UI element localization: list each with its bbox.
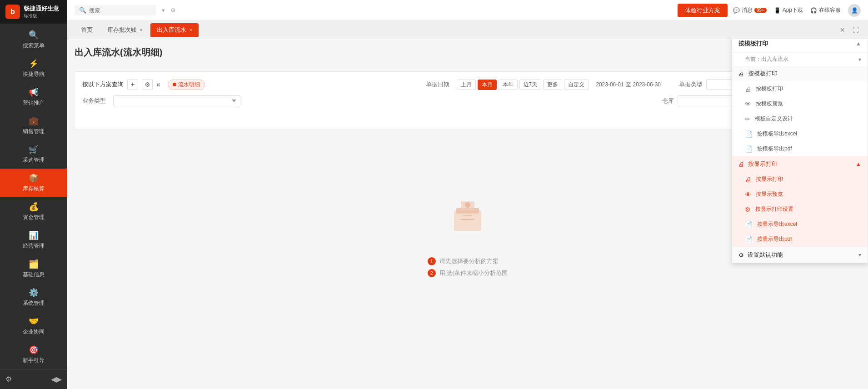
date-btn-last_month[interactable]: 上月 bbox=[457, 80, 476, 90]
app-download-btn[interactable]: 📱 App下载 bbox=[774, 6, 803, 14]
date-btn-current_month[interactable]: 本月 bbox=[478, 80, 497, 90]
active-filter-tag[interactable]: 流水明细 bbox=[168, 80, 205, 90]
online-service-btn[interactable]: 🎧 在线客服 bbox=[810, 6, 841, 14]
dropdown-item-display_excel[interactable]: 📄按显示导出excel bbox=[732, 217, 868, 232]
biz-type-label: 业务类型 bbox=[82, 97, 106, 105]
add-filter-btn[interactable]: + bbox=[127, 79, 138, 90]
biz-type-select[interactable] bbox=[113, 95, 240, 106]
date-btn-custom[interactable]: 自定义 bbox=[564, 80, 589, 90]
sidebar-collapse-icon[interactable]: ◀▶ bbox=[51, 375, 62, 384]
app-download-label: App下载 bbox=[783, 6, 803, 14]
date-btn-last7[interactable]: 近7天 bbox=[519, 80, 542, 90]
dropdown-item-template_excel[interactable]: 📄按模板导出excel bbox=[732, 126, 868, 141]
date-quick-buttons: 上月本月本年近7天更多自定义 bbox=[457, 80, 589, 90]
sidebar-item-system[interactable]: ⚙️ 系统管理 bbox=[0, 283, 67, 312]
inventory-icon: 📦 bbox=[29, 173, 39, 183]
dropdown-chevron-icon: ▲ bbox=[856, 40, 861, 47]
collab-label: 企业协同 bbox=[23, 328, 45, 336]
tab-batch-close[interactable]: × bbox=[140, 27, 142, 33]
basic-label: 基础信息 bbox=[23, 271, 45, 279]
tab-batch-label: 库存批次账 bbox=[107, 26, 137, 34]
filter-collapse-btn[interactable]: « bbox=[156, 80, 160, 89]
search-input[interactable] bbox=[89, 7, 144, 14]
sidebar-item-basic[interactable]: 🗂️ 基础信息 bbox=[0, 254, 67, 283]
warehouse-label: 仓库 bbox=[662, 97, 674, 105]
system-label: 系统管理 bbox=[23, 299, 45, 307]
dropdown-header: 按模板打印 ▲ bbox=[732, 39, 868, 53]
sidebar-item-purchase[interactable]: 🛒 采购管理 bbox=[0, 140, 67, 169]
inventory-label: 库存核算 bbox=[23, 185, 45, 193]
sidebar-item-operations[interactable]: 📊 经营管理 bbox=[0, 226, 67, 254]
template_preview-label: 按模板预览 bbox=[756, 100, 783, 108]
print-dropdown-menu: 按模板打印 ▲ 当前：出入库流水 ▾ 🖨 按模板打印 🖨按模板打印👁按模板预览✏… bbox=[732, 39, 868, 263]
topbar-gear-icon[interactable]: ⚙ bbox=[170, 7, 176, 14]
dropdown-item-display_preview[interactable]: 👁按显示预览 bbox=[732, 187, 868, 202]
display_preview-label: 按显示预览 bbox=[756, 190, 783, 198]
tip-2-num: 2 bbox=[428, 269, 436, 277]
template_custom-label: 模板自定义设计 bbox=[755, 115, 793, 123]
empty-illustration bbox=[445, 192, 490, 246]
dropdown-default-section[interactable]: ⚙ 设置默认功能 ▾ bbox=[732, 247, 868, 263]
tab-home[interactable]: 首页 bbox=[75, 23, 99, 37]
sidebar-item-quicknav[interactable]: ⚡ 快捷导航 bbox=[0, 54, 67, 83]
trial-btn[interactable]: 体验行业方案 bbox=[678, 4, 728, 17]
default-section-title: ⚙ 设置默认功能 bbox=[738, 251, 783, 259]
dropdown-item-display_settings[interactable]: ⚙按显示打印设置 bbox=[732, 202, 868, 217]
sidebar: b 畅捷通好生意 标准版 🔍 搜索菜单 ⚡ 快捷导航 📢 营销推广 💼 销售管理… bbox=[0, 0, 67, 389]
sidebar-item-guide[interactable]: 🎯 新手引导 bbox=[0, 340, 67, 369]
svg-point-3 bbox=[465, 202, 470, 208]
filter-settings-btn[interactable]: ⚙ bbox=[142, 79, 153, 90]
marketing-label: 营销推广 bbox=[23, 99, 45, 107]
current-info-chevron: ▾ bbox=[858, 56, 861, 63]
collab-icon: 🤝 bbox=[29, 316, 39, 326]
system-icon: ⚙️ bbox=[29, 288, 39, 298]
dropdown-display-section-header[interactable]: 🖨 按显示打印 ▲ bbox=[732, 156, 868, 172]
template_pdf-icon: 📄 bbox=[745, 145, 753, 153]
dropdown-item-template_print[interactable]: 🖨按模板打印 bbox=[732, 81, 868, 96]
tab-batch[interactable]: 库存批次账 × bbox=[101, 23, 149, 37]
sidebar-item-inventory[interactable]: 📦 库存核算 bbox=[0, 169, 67, 197]
sidebar-logo[interactable]: b 畅捷通好生意 标准版 bbox=[0, 0, 67, 24]
template_print-icon: 🖨 bbox=[745, 85, 751, 93]
search-icon: 🔍 bbox=[29, 30, 39, 40]
operations-label: 经营管理 bbox=[23, 242, 45, 250]
sidebar-item-collab[interactable]: 🤝 企业协同 bbox=[0, 312, 67, 340]
topbar-chevron-icon[interactable]: ▾ bbox=[162, 7, 165, 14]
dropdown-item-display_print[interactable]: 🖨按显示打印 bbox=[732, 172, 868, 187]
date-label: 单据日期 bbox=[426, 80, 449, 89]
tab-home-label: 首页 bbox=[81, 26, 93, 34]
page-content: 出入库流水(流水明细) 🖨 按模板打印 ▲ 📤 导出 🔄 刷新 bbox=[67, 39, 868, 389]
template-section-title: 🖨 按模板打印 bbox=[738, 70, 778, 78]
date-btn-current_year[interactable]: 本年 bbox=[499, 80, 518, 90]
quicknav-icon: ⚡ bbox=[29, 59, 39, 69]
sidebar-item-search[interactable]: 🔍 搜索菜单 bbox=[0, 25, 67, 54]
user-avatar[interactable]: 👤 bbox=[848, 4, 861, 17]
doc-type-label: 单据类型 bbox=[679, 80, 703, 89]
tab-flow[interactable]: 出入库流水 × bbox=[150, 23, 198, 37]
finance-label: 资金管理 bbox=[23, 214, 45, 221]
tab-flow-close[interactable]: × bbox=[189, 27, 192, 33]
app-logo-text: 畅捷通好生意 标准版 bbox=[24, 5, 59, 19]
sidebar-item-sales[interactable]: 💼 销售管理 bbox=[0, 111, 67, 140]
dropdown-item-template_pdf[interactable]: 📄按模板导出pdf bbox=[732, 141, 868, 156]
tab-maximize-icon[interactable]: ⛶ bbox=[851, 25, 861, 35]
template_preview-icon: 👁 bbox=[745, 100, 751, 108]
purchase-label: 采购管理 bbox=[23, 156, 45, 164]
current-info-label: 当前：出入库流水 bbox=[745, 55, 788, 63]
dropdown-chevron-btn[interactable]: ▲ bbox=[856, 40, 861, 47]
sidebar-item-finance[interactable]: 💰 资金管理 bbox=[0, 197, 67, 226]
dropdown-item-template_custom[interactable]: ✏模板自定义设计 bbox=[732, 111, 868, 126]
dropdown-item-template_preview[interactable]: 👁按模板预览 bbox=[732, 96, 868, 111]
template_excel-label: 按模板导出excel bbox=[757, 130, 797, 138]
tab-restore-icon[interactable]: ✕ bbox=[838, 25, 847, 35]
guide-label: 新手引导 bbox=[23, 357, 45, 364]
sidebar-item-marketing[interactable]: 📢 营销推广 bbox=[0, 83, 67, 111]
date-btn-more[interactable]: 更多 bbox=[543, 80, 562, 90]
sidebar-settings-icon[interactable]: ⚙ bbox=[5, 375, 12, 384]
message-btn[interactable]: 💬 消息 99+ bbox=[733, 6, 767, 14]
dropdown-item-display_pdf[interactable]: 📄按显示导出pdf bbox=[732, 232, 868, 247]
display-items: 🖨按显示打印👁按显示预览⚙按显示打印设置📄按显示导出excel📄按显示导出pdf bbox=[732, 172, 868, 247]
dropdown-template-section-header[interactable]: 🖨 按模板打印 bbox=[732, 66, 868, 81]
topbar-search-box[interactable]: 🔍 bbox=[75, 5, 156, 15]
display_pdf-label: 按显示导出pdf bbox=[757, 235, 792, 243]
